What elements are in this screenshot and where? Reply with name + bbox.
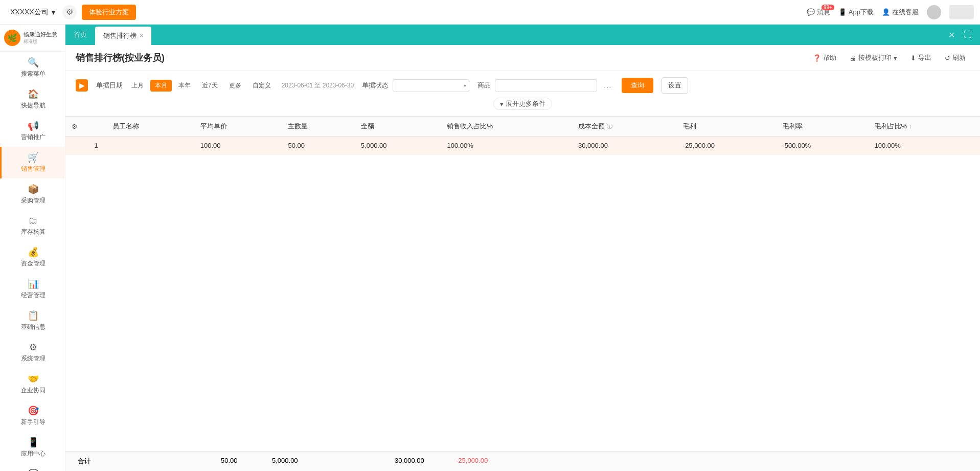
cell-sales-pct: 100.00% <box>441 137 572 155</box>
query-button[interactable]: 查询 <box>622 78 653 93</box>
message-badge: 99+ <box>822 5 834 10</box>
date-btn-more[interactable]: 更多 <box>224 80 246 92</box>
tab-home[interactable]: 首页 <box>65 25 95 45</box>
footer-amount: 5,000.00 <box>266 457 327 466</box>
th-settings[interactable]: ⚙ <box>65 117 86 137</box>
sidebar-item-finance[interactable]: 💰 资金管理 <box>0 241 65 273</box>
filter-expand-arrow[interactable]: ▶ <box>76 79 88 92</box>
filter-area: ▶ 单据日期 上月 本月 本年 近7天 更多 自定义 2 <box>65 71 980 117</box>
online-service-label: 在线客服 <box>892 8 919 17</box>
date-btn-custom[interactable]: 自定义 <box>248 80 276 92</box>
table-header: ⚙ 员工名称 平均单价 主数量 全额 销售收入占比% 成本全额 ⓘ 毛利 毛利率… <box>65 117 980 137</box>
inventory-icon: 🗂 <box>29 215 38 226</box>
sidebar-item-sales[interactable]: 🛒 销售管理 <box>0 147 65 178</box>
help-button[interactable]: ❓ 帮助 <box>809 51 840 64</box>
gross-pct-sort-icon[interactable]: ↕ <box>909 123 912 129</box>
cell-gross: -25,000.00 <box>677 137 777 155</box>
table-body: 1 100.00 50.00 5,000.00 100.00% 30,000.0… <box>65 137 980 155</box>
sidebar-item-operation[interactable]: 📊 经营管理 <box>0 273 65 305</box>
sidebar-item-basic[interactable]: 📋 基础信息 <box>0 305 65 337</box>
app-download-button[interactable]: 📱 App下载 <box>838 8 874 17</box>
marketing-icon: 📢 <box>28 120 39 131</box>
sidebar-item-quick[interactable]: 🏠 快捷导航 <box>0 83 65 115</box>
export-button[interactable]: ⬇ 导出 <box>906 51 936 64</box>
logo-icon: 🌿 <box>4 30 20 46</box>
enterprise-icon: 🤝 <box>28 373 39 385</box>
date-btn-this-year[interactable]: 本年 <box>174 80 195 92</box>
company-selector[interactable]: XXXXX公司 ▾ <box>6 6 59 19</box>
sidebar-item-search[interactable]: 🔍 搜索菜单 <box>0 52 65 83</box>
data-table: ⚙ 员工名称 平均单价 主数量 全额 销售收入占比% 成本全额 ⓘ 毛利 毛利率… <box>65 117 980 155</box>
footer-cost: 30,000.00 <box>389 457 450 466</box>
settings-gear-button[interactable]: ⚙ <box>62 5 77 19</box>
sidebar-item-inventory[interactable]: 🗂 库存核算 <box>0 210 65 241</box>
cost-info-icon[interactable]: ⓘ <box>607 123 612 129</box>
sidebar-item-system[interactable]: ⚙ 系统管理 <box>0 337 65 368</box>
message-button[interactable]: 💬 消息 99+ <box>807 8 830 17</box>
status-select[interactable] <box>393 79 469 92</box>
home-icon: 🏠 <box>28 88 39 100</box>
footer-quantity: 50.00 <box>215 457 266 466</box>
expand-row: ▾ 展开更多条件 <box>76 98 970 110</box>
sidebar-item-appstore[interactable]: 📱 应用中心 <box>0 432 65 463</box>
date-btn-7days[interactable]: 近7天 <box>197 80 222 92</box>
status-select-wrapper: ▾ <box>393 79 469 92</box>
main-layout: 🌿 畅康通好生意 标准版 🔍 搜索菜单 🏠 快捷导航 📢 营销推广 🛒 销售管理… <box>0 25 980 471</box>
status-filter-group: 单据状态 ▾ <box>362 79 469 92</box>
appstore-icon: 📱 <box>28 437 39 448</box>
trial-button[interactable]: 体验行业方案 <box>82 5 136 20</box>
table-footer: 合计 50.00 5,000.00 30,000.00 -25,000.00 <box>65 451 980 471</box>
sidebar-label-marketing: 营销推广 <box>21 133 45 142</box>
sidebar-item-enterprise[interactable]: 🤝 企业协同 <box>0 368 65 400</box>
print-icon: 🖨 <box>850 54 856 62</box>
wechat-icon: 💬 <box>28 468 39 471</box>
finance-icon: 💰 <box>28 246 39 258</box>
search-icon: 🔍 <box>28 57 39 68</box>
refresh-icon: ↺ <box>945 54 950 62</box>
sidebar-label-appstore: 应用中心 <box>21 450 45 458</box>
sidebar-label-enterprise: 企业协同 <box>21 386 45 395</box>
avatar[interactable] <box>927 5 941 19</box>
setting-button[interactable]: 设置 <box>662 77 688 94</box>
app-icon: 📱 <box>838 8 847 16</box>
online-service-button[interactable]: 👤 在线客服 <box>882 8 919 17</box>
page-title: 销售排行榜(按业务员) <box>76 52 165 64</box>
goods-label: 商品 <box>477 81 491 90</box>
footer-empty-pct <box>327 457 389 466</box>
user-name-display[interactable] <box>949 5 974 19</box>
tab-close-button[interactable]: × <box>140 32 143 39</box>
sidebar: 🌿 畅康通好生意 标准版 🔍 搜索菜单 🏠 快捷导航 📢 营销推广 🛒 销售管理… <box>0 25 65 471</box>
th-sales-pct: 销售收入占比% <box>441 117 572 137</box>
tab-fullscreen-button[interactable]: ⛶ <box>962 29 974 41</box>
th-gross: 毛利 <box>677 117 777 137</box>
refresh-button[interactable]: ↺ 刷新 <box>941 51 970 64</box>
cell-quantity: 50.00 <box>282 137 354 155</box>
date-btn-this-month-active[interactable]: 本月 <box>150 80 172 92</box>
top-right-actions: 💬 消息 99+ 📱 App下载 👤 在线客服 <box>807 5 974 19</box>
goods-more-button[interactable]: … <box>601 81 613 90</box>
purchase-icon: 📦 <box>28 184 39 195</box>
guide-icon: 🎯 <box>28 405 39 416</box>
goods-filter-group: 商品 … <box>477 79 613 92</box>
tab-close-window-button[interactable]: ✕ <box>945 29 958 41</box>
expand-more-button[interactable]: ▾ 展开更多条件 <box>493 98 552 110</box>
message-icon: 💬 <box>807 8 815 16</box>
cell-settings <box>65 137 86 155</box>
footer-gross: -25,000.00 <box>450 457 511 466</box>
sidebar-item-guide[interactable]: 🎯 新手引导 <box>0 400 65 432</box>
export-icon: ⬇ <box>910 54 916 62</box>
status-label: 单据状态 <box>362 81 389 90</box>
cell-gross-pct: 100.00% <box>869 137 980 155</box>
date-btn-last-month[interactable]: 上月 <box>127 80 148 92</box>
sidebar-item-marketing[interactable]: 📢 营销推广 <box>0 115 65 147</box>
operation-icon: 📊 <box>28 278 39 289</box>
sidebar-label-finance: 资金管理 <box>21 259 45 268</box>
goods-input[interactable] <box>495 79 597 92</box>
refresh-label: 刷新 <box>952 53 966 62</box>
sidebar-item-purchase[interactable]: 📦 采购管理 <box>0 178 65 210</box>
tab-sales-rank-label: 销售排行榜 <box>103 31 136 40</box>
print-button[interactable]: 🖨 按模板打印 ▾ <box>846 51 901 64</box>
sidebar-item-wechat[interactable]: 💬 企业微信 <box>0 463 65 471</box>
help-icon: ❓ <box>813 54 821 62</box>
tab-sales-rank[interactable]: 销售排行榜 × <box>95 27 151 45</box>
